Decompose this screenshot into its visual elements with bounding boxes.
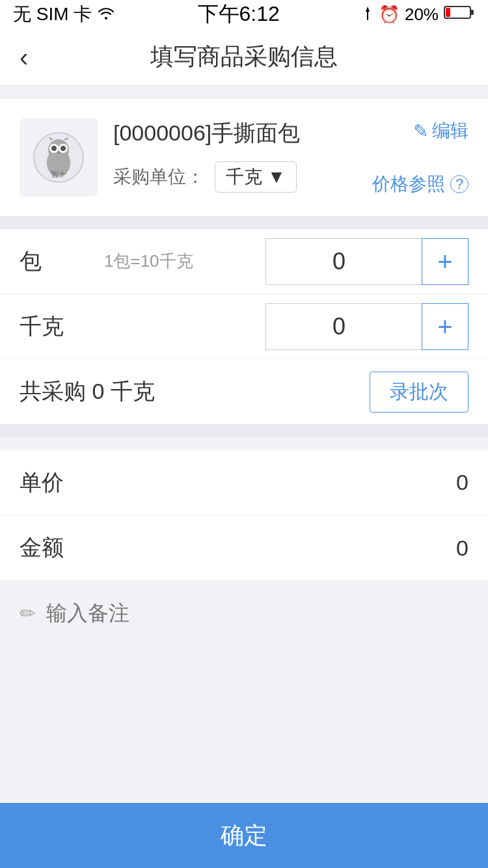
product-logo: 智十	[33, 131, 85, 183]
kg-input[interactable]	[265, 303, 422, 350]
section-divider-1	[0, 216, 488, 229]
svg-point-9	[51, 146, 57, 151]
battery-percent: 20%	[405, 5, 439, 25]
status-right: ⏰ 20%	[362, 5, 475, 25]
price-ref-button[interactable]: 价格参照 ?	[372, 172, 468, 197]
kg-label: 千克	[20, 312, 98, 342]
bao-row: 包 1包=10千克 +	[0, 229, 488, 294]
price-ref-label: 价格参照	[372, 172, 445, 197]
svg-point-10	[61, 146, 66, 151]
confirm-button[interactable]: 确定	[0, 803, 488, 868]
edit-label: 编辑	[432, 118, 468, 143]
section-divider-2	[0, 424, 488, 437]
pencil-icon: ✏	[20, 602, 36, 625]
battery-icon	[444, 5, 475, 25]
total-row: 共采购 0 千克 录批次	[0, 359, 488, 424]
status-left: 无 SIM 卡	[13, 2, 115, 27]
svg-text:智十: 智十	[51, 170, 66, 179]
batch-button[interactable]: 录批次	[370, 372, 468, 413]
quantity-section: 包 1包=10千克 + 千克 +	[0, 229, 488, 359]
edit-button[interactable]: ✎ 编辑	[413, 118, 468, 143]
price-section: 单价 0 金额 0	[0, 450, 488, 580]
alarm-icon: ⏰	[379, 5, 400, 25]
note-input[interactable]	[46, 601, 468, 625]
back-button[interactable]: ‹	[20, 44, 28, 70]
page-title: 填写商品采购信息	[150, 41, 338, 73]
product-card: 智十 [0000006]手撕面包 采购单位： 千克 ▼ ✎ 编辑 价格参照 ?	[0, 99, 488, 216]
bao-input[interactable]	[265, 238, 422, 285]
wifi-icon	[97, 4, 115, 25]
sim-status: 无 SIM 卡	[13, 2, 92, 27]
bao-label: 包	[20, 247, 98, 277]
unit-value: 千克	[226, 165, 262, 189]
kg-plus-button[interactable]: +	[422, 303, 468, 350]
unit-price-value: 0	[456, 470, 468, 495]
kg-input-group: +	[265, 303, 468, 350]
unit-selector[interactable]: 千克 ▼	[215, 161, 297, 193]
edit-pencil-icon: ✎	[413, 120, 428, 142]
note-section: ✏	[0, 580, 488, 645]
kg-row: 千克 +	[0, 294, 488, 359]
product-image: 智十	[20, 118, 98, 197]
nav-bar: ‹ 填写商品采购信息	[0, 29, 488, 86]
amount-label: 金额	[20, 533, 64, 563]
bao-plus-button[interactable]: +	[422, 238, 468, 285]
chevron-down-icon: ▼	[267, 167, 286, 187]
total-label: 共采购 0 千克	[20, 377, 155, 407]
location-icon	[362, 5, 373, 25]
bao-sublabel: 1包=10千克	[104, 250, 193, 273]
purchase-unit-label: 采购单位：	[113, 165, 204, 189]
bao-input-group: +	[265, 238, 468, 285]
status-bar: 无 SIM 卡 下午6:12 ⏰ 20%	[0, 0, 488, 29]
svg-rect-3	[446, 8, 450, 17]
svg-rect-2	[470, 10, 474, 15]
status-time: 下午6:12	[198, 0, 280, 29]
amount-row: 金额 0	[0, 515, 488, 580]
unit-price-label: 单价	[20, 468, 64, 498]
amount-value: 0	[456, 536, 468, 561]
unit-price-row: 单价 0	[0, 450, 488, 515]
info-icon: ?	[450, 175, 468, 193]
